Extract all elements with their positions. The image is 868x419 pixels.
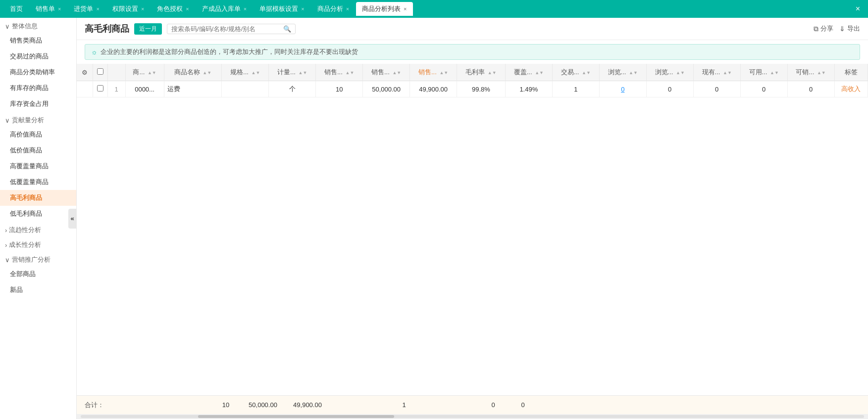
sidebar-item-stock-capital[interactable]: 库存资金占用 [0, 96, 76, 112]
data-table-wrapper: ⚙ 商... ▲▼ 商品名称 ▲▼ [77, 64, 868, 395]
row-saleable: 0 [787, 81, 834, 97]
tip-text: 企业的主要的利润都是这部分商品创造的，可考虑加大推广，同时关注库存是不要出现缺货 [101, 47, 358, 56]
scroll-track [81, 415, 864, 418]
row-code: 0000... [125, 81, 164, 97]
col-sales-profit[interactable]: 销售... ▲▼ [410, 64, 457, 81]
main-layout: « ∨ 整体信息 销售类商品 交易过的商品 商品分类助销率 有库存的商品 库存资… [0, 18, 868, 419]
row-name: 运费 [164, 81, 222, 97]
row-available: 0 [740, 81, 787, 97]
col-unit[interactable]: 计量... ▲▼ [269, 64, 316, 81]
nav-tab-permissions[interactable]: 权限设置 × [106, 2, 150, 16]
col-browse1[interactable]: 浏览... ▲▼ [599, 64, 646, 81]
col-trade[interactable]: 交易... ▲▼ [552, 64, 599, 81]
sidebar-group-growth[interactable]: › 成长性分析 [0, 236, 76, 251]
tip-icon: ☼ [91, 48, 98, 56]
data-table: ⚙ 商... ▲▼ 商品名称 ▲▼ [77, 64, 868, 97]
row-browse1[interactable]: 0 [599, 81, 646, 97]
content-header: 高毛利商品 近一月 🔍 ⧉ 分享 ⇓ 导出 [77, 18, 868, 40]
top-nav: 首页 销售单 × 进货单 × 权限设置 × 角色授权 × 产成品入库单 × 单据… [0, 0, 868, 18]
page-title: 高毛利商品 [85, 23, 129, 35]
nav-close-all-button[interactable]: × [852, 4, 864, 13]
col-sales-amount[interactable]: 销售... ▲▼ [363, 64, 410, 81]
sidebar-item-in-stock[interactable]: 有库存的商品 [0, 80, 76, 96]
col-name[interactable]: 商品名称 ▲▼ [164, 64, 222, 81]
sidebar-item-high-coverage[interactable]: 高覆盖量商品 [0, 158, 76, 174]
select-all-checkbox[interactable] [97, 68, 103, 75]
row-settings [77, 81, 93, 97]
summary-bar: 合计： 10 50,000.00 49,900.00 1 0 0 [77, 395, 868, 414]
col-coverage[interactable]: 覆盖... ▲▼ [505, 64, 552, 81]
nav-tab-close-purchase[interactable]: × [96, 6, 99, 12]
nav-tab-product-entry[interactable]: 产成品入库单 × [196, 2, 253, 16]
sidebar-item-all-goods[interactable]: 全部商品 [0, 266, 76, 282]
sidebar-group-trend[interactable]: › 流趋性分析 [0, 222, 76, 236]
row-spec [222, 81, 269, 97]
col-spec[interactable]: 规格... ▲▼ [222, 64, 269, 81]
sidebar-item-category-rate[interactable]: 商品分类助销率 [0, 64, 76, 80]
row-trade: 1 [552, 81, 599, 97]
nav-tab-close-analysis[interactable]: × [346, 6, 349, 12]
nav-tab-template[interactable]: 单据模板设置 × [254, 2, 310, 16]
sidebar-item-traded-goods[interactable]: 交易过的商品 [0, 48, 76, 64]
sidebar-item-low-coverage[interactable]: 低覆盖量商品 [0, 174, 76, 190]
nav-tab-purchase[interactable]: 进货单 × [68, 2, 105, 16]
nav-tab-analysis-list[interactable]: 商品分析列表 × [356, 2, 412, 16]
nav-tab-close-role[interactable]: × [186, 6, 189, 12]
sidebar-item-low-value[interactable]: 低价值商品 [0, 142, 76, 158]
nav-tab-close-analysis-list[interactable]: × [404, 6, 407, 12]
col-code[interactable]: 商... ▲▼ [125, 64, 164, 81]
summary-sales-profit: 49,900.00 [285, 401, 330, 409]
nav-tab-analysis[interactable]: 商品分析 × [311, 2, 355, 16]
content-area: 高毛利商品 近一月 🔍 ⧉ 分享 ⇓ 导出 ☼ 企业的主要的利润都是这部分商品创… [77, 18, 868, 419]
search-input[interactable] [171, 25, 281, 33]
sidebar-item-sales-goods[interactable]: 销售类商品 [0, 33, 76, 48]
nav-tab-close-sales[interactable]: × [58, 6, 61, 12]
summary-label: 合计： [85, 401, 104, 410]
col-settings[interactable]: ⚙ [77, 64, 93, 81]
col-sales-qty[interactable]: 销售... ▲▼ [316, 64, 363, 81]
header-actions: ⧉ 分享 ⇓ 导出 [814, 24, 860, 33]
export-button[interactable]: ⇓ 导出 [839, 24, 860, 33]
export-icon: ⇓ [839, 25, 845, 33]
col-browse2[interactable]: 浏览... ▲▼ [646, 64, 693, 81]
scroll-thumb[interactable] [198, 415, 394, 418]
nav-tab-close-permissions[interactable]: × [141, 6, 144, 12]
nav-home[interactable]: 首页 [4, 4, 29, 13]
row-tag: 高收入 [834, 81, 868, 97]
row-checkbox[interactable] [93, 81, 107, 97]
filter-recent-month-button[interactable]: 近一月 [134, 23, 162, 35]
tip-bar: ☼ 企业的主要的利润都是这部分商品创造的，可考虑加大推广，同时关注库存是不要出现… [85, 44, 860, 60]
sidebar-collapse-button[interactable]: « [68, 209, 76, 229]
sidebar-group-overall[interactable]: ∨ 整体信息 [0, 18, 76, 33]
col-saleable[interactable]: 可销... ▲▼ [787, 64, 834, 81]
search-icon[interactable]: 🔍 [283, 25, 291, 33]
col-available[interactable]: 可用... ▲▼ [740, 64, 787, 81]
nav-tab-close-product-entry[interactable]: × [244, 6, 247, 12]
col-gross-rate[interactable]: 毛利率 ▲▼ [457, 64, 506, 81]
row-num: 1 [107, 81, 125, 97]
summary-sales-qty: 10 [211, 401, 241, 409]
sidebar-group-marketing[interactable]: ∨ 营销推广分析 [0, 251, 76, 266]
nav-tab-sales[interactable]: 销售单 × [30, 2, 67, 16]
sidebar-item-new-goods[interactable]: 新品 [0, 282, 76, 298]
sidebar-item-low-margin[interactable]: 低毛利商品 [0, 206, 76, 222]
row-select-checkbox[interactable] [97, 85, 103, 92]
nav-tab-close-template[interactable]: × [301, 6, 304, 12]
share-icon: ⧉ [814, 25, 818, 33]
col-num [107, 64, 125, 81]
row-coverage: 1.49% [505, 81, 552, 97]
row-browse2: 0 [646, 81, 693, 97]
share-button[interactable]: ⧉ 分享 [814, 24, 833, 33]
row-current-stock: 0 [693, 81, 740, 97]
summary-available: 0 [508, 401, 538, 409]
col-checkbox [93, 64, 107, 81]
nav-tab-role[interactable]: 角色授权 × [151, 2, 195, 16]
sidebar-item-high-value[interactable]: 高价值商品 [0, 127, 76, 142]
row-unit: 个 [269, 81, 316, 97]
bottom-scrollbar[interactable] [77, 414, 868, 419]
sidebar-item-high-margin[interactable]: 高毛利商品 [0, 190, 76, 206]
sidebar-group-contribution[interactable]: ∨ 贡献量分析 [0, 112, 76, 127]
row-sales-amount: 50,000.00 [363, 81, 410, 97]
summary-current-stock: 0 [478, 401, 508, 409]
col-current-stock[interactable]: 现有... ▲▼ [693, 64, 740, 81]
